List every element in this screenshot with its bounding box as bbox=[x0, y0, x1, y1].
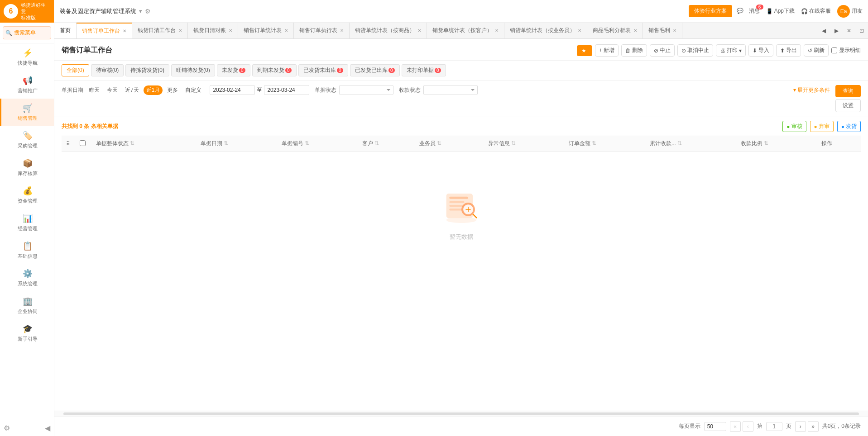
date-shortcut-yesterday[interactable]: 昨天 bbox=[86, 85, 102, 95]
tab-close-icon[interactable]: ✕ bbox=[633, 28, 637, 33]
sidebar-item-enterprise[interactable]: 🏢企业协同 bbox=[0, 292, 54, 319]
add-button[interactable]: + 新增 bbox=[595, 44, 619, 57]
date-shortcut-more[interactable]: 更多 bbox=[164, 85, 181, 95]
date-shortcut-7days[interactable]: 近7天 bbox=[122, 85, 142, 95]
tab-close-all[interactable]: ✕ bbox=[843, 23, 855, 39]
sort-icon[interactable]: ⇅ bbox=[130, 140, 134, 147]
column-header-ops[interactable]: 操作 bbox=[817, 136, 861, 152]
sidebar-item-finance[interactable]: 💰资金管理 bbox=[0, 181, 54, 209]
topbar-settings-icon[interactable]: ⚙ bbox=[145, 8, 151, 15]
sidebar-item-inventory[interactable]: 📦库存核算 bbox=[0, 154, 54, 181]
export-button[interactable]: ⬆ 导出 bbox=[776, 44, 801, 57]
tab-close-icon[interactable]: ✕ bbox=[340, 28, 344, 33]
sidebar-item-purchase[interactable]: 🏷️采购管理 bbox=[0, 126, 54, 154]
message-badge[interactable]: 💬 6 消息 bbox=[737, 7, 759, 15]
collapse-icon[interactable]: ◀ bbox=[45, 424, 50, 432]
sort-icon[interactable]: ⇅ bbox=[224, 140, 228, 147]
tab-close-icon[interactable]: ✕ bbox=[178, 28, 182, 33]
tab-cash-reconcile[interactable]: 钱货日清对账✕ bbox=[188, 23, 238, 39]
date-shortcut-today[interactable]: 今天 bbox=[104, 85, 120, 95]
sort-icon[interactable]: ⇅ bbox=[511, 140, 516, 147]
print-button[interactable]: 🖨 打印 ▾ bbox=[716, 44, 746, 57]
tab-sales-profit[interactable]: 销售毛利✕ bbox=[643, 23, 682, 39]
tab-sales-stats-customer[interactable]: 销货单统计表（按客户）✕ bbox=[427, 23, 504, 39]
table-op-audit-button[interactable]: ●审核 bbox=[782, 121, 806, 132]
search-menu-button[interactable]: 🔍 搜索菜单 bbox=[3, 26, 51, 39]
date-shortcut-1month[interactable]: 近1月 bbox=[144, 85, 163, 95]
sidebar-item-sales[interactable]: 🛒销售管理 bbox=[0, 99, 54, 126]
tab-close-icon[interactable]: ✕ bbox=[495, 28, 499, 33]
tab-close-icon[interactable]: ✕ bbox=[578, 28, 581, 33]
settings-icon[interactable]: ⚙ bbox=[4, 424, 10, 432]
tab-sales-order-stats[interactable]: 销售订单统计表✕ bbox=[238, 23, 294, 39]
industry-solution-button[interactable]: 体验行业方案 bbox=[689, 5, 732, 17]
filter-tab-all[interactable]: 全部(0) bbox=[62, 64, 89, 76]
sidebar-item-quick-nav[interactable]: ⚡快捷导航 bbox=[0, 43, 54, 71]
cancel-stop-button[interactable]: ⊙ 取消中止 bbox=[677, 44, 713, 57]
column-header-staff[interactable]: 业务员⇅ bbox=[415, 136, 484, 152]
tab-scroll-left[interactable]: ◀ bbox=[817, 23, 830, 39]
filter-tab-not-shipped[interactable]: 未发货0 bbox=[217, 64, 250, 76]
date-from-input[interactable] bbox=[210, 85, 255, 95]
date-shortcut-custom[interactable]: 自定义 bbox=[182, 85, 204, 95]
tab-daily-cash[interactable]: 钱货日清工作台✕ bbox=[132, 23, 188, 39]
app-download-link[interactable]: 📱 App下载 bbox=[766, 7, 795, 15]
tab-sales-order-exec[interactable]: 销售订单执行表✕ bbox=[294, 23, 350, 39]
user-menu[interactable]: Ea 用友 bbox=[837, 5, 863, 18]
select-all-checkbox[interactable] bbox=[80, 140, 86, 146]
tab-close-icon[interactable]: ✕ bbox=[229, 28, 232, 33]
sort-icon[interactable]: ⇅ bbox=[592, 140, 596, 147]
status-select[interactable] bbox=[339, 85, 393, 95]
table-op-revoke-button[interactable]: ●弃审 bbox=[810, 121, 834, 132]
refresh-button[interactable]: ↺ 刷新 bbox=[804, 44, 829, 57]
filter-tab-shipped-out[interactable]: 已发货已出库0 bbox=[350, 64, 400, 76]
sidebar-item-operations[interactable]: 📊经营管理 bbox=[0, 209, 54, 237]
filter-tab-wangpu-pending[interactable]: 旺铺待发货(0) bbox=[171, 64, 215, 76]
tab-close-icon[interactable]: ✕ bbox=[123, 28, 126, 33]
sort-icon[interactable]: ⇅ bbox=[437, 140, 441, 147]
page-size-select[interactable]: 2050100 bbox=[704, 422, 726, 431]
query-button[interactable]: 查询 bbox=[835, 85, 861, 97]
filter-tab-not-printed[interactable]: 未打印单据0 bbox=[402, 64, 446, 76]
tab-close-icon[interactable]: ✕ bbox=[417, 28, 421, 33]
payment-select[interactable] bbox=[423, 85, 478, 95]
page-number-input[interactable] bbox=[766, 422, 782, 431]
tab-close-icon[interactable]: ✕ bbox=[284, 28, 288, 33]
show-detail-input[interactable] bbox=[831, 47, 837, 53]
table-op-ship-button[interactable]: ●发货 bbox=[837, 121, 861, 132]
sidebar-item-marketing[interactable]: 📢营销推广 bbox=[0, 71, 54, 99]
import-button[interactable]: ⬇ 导入 bbox=[748, 44, 773, 57]
column-header-amount[interactable]: 订单金额⇅ bbox=[564, 136, 645, 152]
delete-button[interactable]: 🗑 删除 bbox=[621, 44, 647, 57]
column-header-customer[interactable]: 客户⇅ bbox=[358, 136, 415, 152]
column-header-anomaly[interactable]: 异常信息⇅ bbox=[484, 136, 564, 152]
filter-tab-overdue-not-shipped[interactable]: 到期未发货0 bbox=[252, 64, 297, 76]
sort-icon[interactable]: ⇅ bbox=[764, 140, 768, 147]
first-page-button[interactable]: « bbox=[730, 421, 741, 432]
column-header-date[interactable]: 单据日期⇅ bbox=[196, 136, 277, 152]
scrollbar-area[interactable] bbox=[54, 411, 868, 416]
tab-close-icon[interactable]: ✕ bbox=[673, 28, 676, 33]
sidebar-item-system[interactable]: ⚙️系统管理 bbox=[0, 264, 54, 292]
tab-scroll-right[interactable]: ▶ bbox=[830, 23, 843, 39]
date-to-input[interactable] bbox=[264, 85, 309, 95]
last-page-button[interactable]: » bbox=[808, 421, 819, 432]
tab-sales-stats-product[interactable]: 销货单统计表（按商品）✕ bbox=[350, 23, 427, 39]
sort-icon[interactable]: ⇅ bbox=[677, 140, 682, 147]
online-service-link[interactable]: 🎧 在线客服 bbox=[801, 7, 831, 15]
tab-product-margin[interactable]: 商品毛利分析表✕ bbox=[587, 23, 643, 39]
filter-tab-shipped-not-out[interactable]: 已发货未出库0 bbox=[298, 64, 348, 76]
tab-expand-icon[interactable]: ⊡ bbox=[855, 23, 868, 39]
filter-tab-pending-inspect[interactable]: 待拣货发货(0) bbox=[125, 64, 169, 76]
tab-sales-order-workbench[interactable]: 销售订单工作台✕ bbox=[77, 23, 132, 39]
smart-create-button[interactable]: ★ bbox=[577, 45, 592, 56]
show-detail-checkbox[interactable]: 显示明细 bbox=[831, 47, 861, 54]
set-button[interactable]: 设置 bbox=[835, 99, 861, 112]
expand-conditions-button[interactable]: ▾ 展开更多条件 bbox=[793, 86, 830, 94]
stop-button[interactable]: ⊘ 中止 bbox=[650, 44, 675, 57]
next-page-button[interactable]: › bbox=[795, 421, 806, 432]
sort-icon[interactable]: ⇅ bbox=[374, 140, 379, 147]
tab-home[interactable]: 首页 bbox=[54, 23, 77, 39]
tab-sales-stats-staff[interactable]: 销货单统计表（按业务员）✕ bbox=[504, 23, 587, 39]
prev-page-button[interactable]: ‹ bbox=[743, 421, 753, 432]
